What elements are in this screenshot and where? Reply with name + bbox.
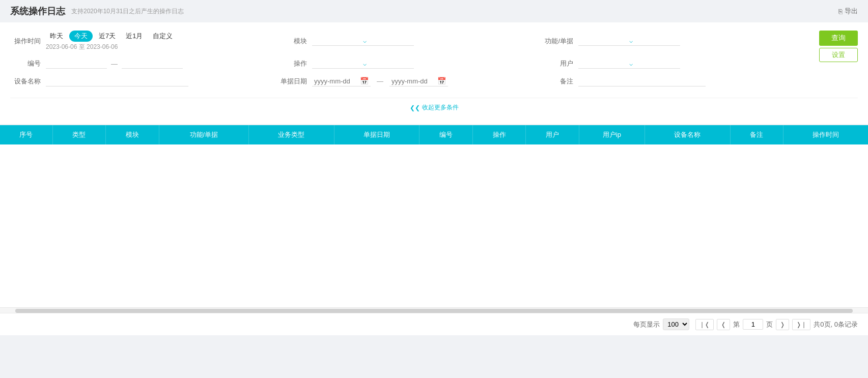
col-optime: 操作时间 bbox=[783, 125, 868, 144]
table-container: 序号 类型 模块 功能/单据 业务类型 单据日期 编号 操作 用户 用户ip 设… bbox=[0, 125, 868, 307]
filter-row-3: 设备名称 单据日期 📅 — 📅 bbox=[10, 76, 809, 86]
page-suffix: 页 bbox=[766, 320, 773, 329]
query-button[interactable]: 查询 bbox=[819, 31, 858, 46]
col-feature: 功能/单据 bbox=[159, 125, 248, 144]
export-button[interactable]: ⎘ 导出 bbox=[838, 7, 858, 16]
time-buttons: 昨天 今天 近7天 近1月 自定义 bbox=[46, 31, 177, 42]
col-type: 类型 bbox=[52, 125, 105, 144]
col-biztype: 业务类型 bbox=[249, 125, 334, 144]
operation-label: 操作 bbox=[276, 59, 312, 68]
doc-date-start-wrap: 📅 bbox=[312, 76, 371, 86]
scrollbar-thumb[interactable] bbox=[15, 309, 853, 313]
filter-area: 操作时间 昨天 今天 近7天 近1月 自定义 2023-06-06 至 2023… bbox=[0, 22, 868, 124]
col-user: 用户 bbox=[526, 125, 579, 144]
remark-label: 备注 bbox=[543, 77, 578, 86]
number-label: 编号 bbox=[10, 59, 46, 68]
time-btn-custom[interactable]: 自定义 bbox=[149, 31, 177, 42]
device-input[interactable] bbox=[46, 76, 188, 86]
operation-filter-cell: 操作 ⌵ bbox=[276, 59, 543, 69]
filter-grid: 操作时间 昨天 今天 近7天 近1月 自定义 2023-06-06 至 2023… bbox=[10, 31, 809, 94]
date-range-display: 2023-06-06 至 2023-06-06 bbox=[46, 43, 177, 51]
page-label: 第 bbox=[733, 320, 740, 329]
number-input-start[interactable] bbox=[46, 59, 107, 69]
collapse-button[interactable]: ❮❮ 收起更多条件 bbox=[10, 101, 858, 116]
time-filter-cell: 操作时间 昨天 今天 近7天 近1月 自定义 2023-06-06 至 2023… bbox=[10, 31, 276, 51]
time-group: 昨天 今天 近7天 近1月 自定义 2023-06-06 至 2023-06-0… bbox=[46, 31, 177, 51]
page-next-button[interactable]: ❭ bbox=[776, 319, 789, 330]
settings-button[interactable]: 设置 bbox=[819, 48, 858, 62]
pagination: 每页显示 100 ❘❬ ❬ 第 页 ❭ ❭❘ 共0页, 0条记录 bbox=[0, 313, 868, 335]
col-module: 模块 bbox=[106, 125, 159, 144]
filter-row-1: 操作时间 昨天 今天 近7天 近1月 自定义 2023-06-06 至 2023… bbox=[10, 31, 809, 51]
user-filter-cell: 用户 ⌵ bbox=[543, 59, 809, 69]
number-separator: — bbox=[107, 60, 122, 68]
number-filter-cell: 编号 — bbox=[10, 59, 276, 69]
doc-date-start-input[interactable] bbox=[314, 77, 360, 85]
module-dropdown-icon: ⌵ bbox=[363, 37, 412, 44]
page-title: 系统操作日志 bbox=[10, 5, 65, 17]
col-remark: 备注 bbox=[730, 125, 783, 144]
col-number: 编号 bbox=[419, 125, 472, 144]
doc-date-end-input[interactable] bbox=[391, 77, 437, 85]
page-header: 系统操作日志 支持2020年10月31日之后产生的操作日志 ⎘ 导出 bbox=[0, 0, 868, 22]
col-seq: 序号 bbox=[0, 125, 52, 144]
feature-dropdown-icon: ⌵ bbox=[629, 37, 678, 44]
per-page-label: 每页显示 bbox=[633, 320, 660, 329]
page-last-button[interactable]: ❭❘ bbox=[792, 319, 810, 330]
operation-select[interactable]: ⌵ bbox=[312, 59, 414, 69]
export-icon: ⎘ bbox=[838, 8, 843, 15]
feature-filter-cell: 功能/单据 ⌵ bbox=[543, 36, 809, 46]
collapse-area: ❮❮ 收起更多条件 bbox=[10, 98, 858, 116]
horizontal-scrollbar[interactable] bbox=[0, 307, 868, 313]
page-first-button[interactable]: ❘❬ bbox=[695, 319, 714, 330]
title-area: 系统操作日志 支持2020年10月31日之后产生的操作日志 bbox=[10, 5, 184, 17]
doc-date-label: 单据日期 bbox=[276, 77, 312, 86]
col-userip: 用户ip bbox=[579, 125, 645, 144]
action-buttons: 查询 设置 bbox=[809, 31, 858, 62]
module-select[interactable]: ⌵ bbox=[312, 36, 414, 46]
time-btn-1month[interactable]: 近1月 bbox=[122, 31, 147, 42]
filter-row-2: 编号 — 操作 ⌵ 用户 bbox=[10, 59, 809, 69]
col-operation: 操作 bbox=[472, 125, 525, 144]
feature-label: 功能/单据 bbox=[543, 37, 578, 46]
page-prev-button[interactable]: ❬ bbox=[717, 319, 730, 330]
filter-main: 操作时间 昨天 今天 近7天 近1月 自定义 2023-06-06 至 2023… bbox=[10, 31, 858, 94]
collapse-chevron-icon: ❮❮ bbox=[410, 104, 420, 111]
user-select[interactable]: ⌵ bbox=[578, 59, 680, 69]
page-number-input[interactable] bbox=[743, 319, 763, 330]
col-device: 设备名称 bbox=[645, 125, 730, 144]
col-docdate: 单据日期 bbox=[334, 125, 419, 144]
per-page-select[interactable]: 100 bbox=[663, 318, 689, 330]
calendar-end-icon[interactable]: 📅 bbox=[437, 77, 446, 85]
date-separator: — bbox=[373, 77, 387, 85]
page-subtitle: 支持2020年10月31日之后产生的操作日志 bbox=[71, 7, 184, 16]
doc-date-group: 📅 — 📅 bbox=[312, 76, 448, 86]
table-header-row: 序号 类型 模块 功能/单据 业务类型 单据日期 编号 操作 用户 用户ip 设… bbox=[0, 125, 868, 144]
user-dropdown-icon: ⌵ bbox=[629, 60, 678, 67]
device-filter-cell: 设备名称 bbox=[10, 76, 276, 86]
module-filter-cell: 模块 ⌵ bbox=[276, 36, 543, 46]
module-label: 模块 bbox=[276, 37, 312, 46]
remark-input[interactable] bbox=[578, 76, 706, 86]
table-header: 序号 类型 模块 功能/单据 业务类型 单据日期 编号 操作 用户 用户ip 设… bbox=[0, 125, 868, 144]
time-btn-7days[interactable]: 近7天 bbox=[95, 31, 120, 42]
time-btn-today[interactable]: 今天 bbox=[69, 31, 93, 42]
total-label: 共0页, 0条记录 bbox=[814, 320, 858, 329]
doc-date-filter-cell: 单据日期 📅 — 📅 bbox=[276, 76, 543, 86]
device-label: 设备名称 bbox=[10, 77, 46, 86]
operation-dropdown-icon: ⌵ bbox=[363, 60, 412, 67]
time-btn-yesterday[interactable]: 昨天 bbox=[46, 31, 67, 42]
doc-date-end-wrap: 📅 bbox=[389, 76, 448, 86]
data-table: 序号 类型 模块 功能/单据 业务类型 单据日期 编号 操作 用户 用户ip 设… bbox=[0, 125, 868, 144]
user-label: 用户 bbox=[543, 59, 578, 68]
calendar-start-icon[interactable]: 📅 bbox=[360, 77, 369, 85]
remark-filter-cell: 备注 bbox=[543, 76, 809, 86]
feature-select[interactable]: ⌵ bbox=[578, 36, 680, 46]
time-label: 操作时间 bbox=[10, 37, 46, 46]
number-input-end[interactable] bbox=[122, 59, 183, 69]
empty-area bbox=[0, 144, 868, 307]
